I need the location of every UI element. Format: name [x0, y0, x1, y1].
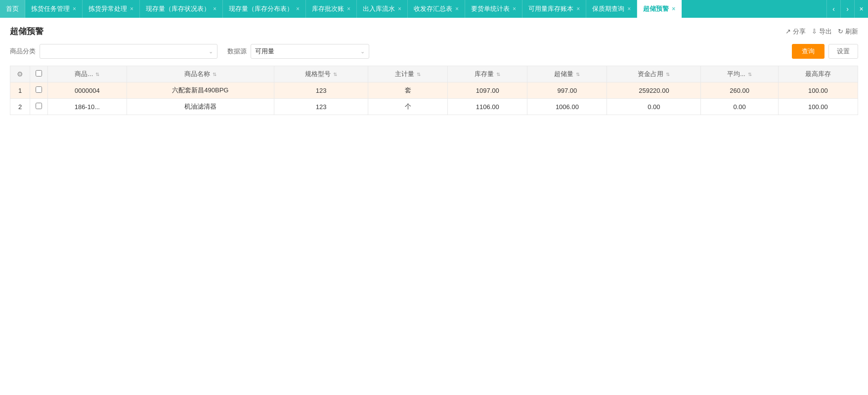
datasource-chevron-icon: ⌄ [360, 48, 365, 55]
nav-available-inventory[interactable]: 可用量库存账本 × [522, 0, 586, 18]
nav-close-overstock-warning[interactable]: × [672, 5, 675, 12]
col-capital-header[interactable]: 资金占用 ⇅ [607, 66, 701, 82]
chevron-down-icon: ⌄ [209, 48, 213, 55]
row-unit-1: 套 [368, 82, 447, 99]
col-product-name-header[interactable]: 商品名称 ⇅ [127, 66, 274, 82]
col-unit-header[interactable]: 主计量 ⇅ [368, 66, 447, 82]
table-row: 1 0000004 六配套新昌490BPG 123 套 1097.00 997.… [10, 82, 858, 99]
nav-close-pick-task[interactable]: × [73, 5, 76, 12]
nav-shelf-life[interactable]: 保质期查询 × [586, 0, 637, 18]
page-header: 超储预警 ↗ 分享 ⇩ 导出 ↻ 刷新 [10, 26, 858, 37]
row-product-code-2: 186-10... [48, 99, 127, 115]
sort-icon-capital: ⇅ [666, 72, 670, 77]
nav-close-pick-exception[interactable]: × [130, 5, 133, 12]
row-max-stock-2: 100.00 [778, 99, 858, 115]
col-stock-header[interactable]: 库存量 ⇅ [448, 66, 527, 82]
page-content: 超储预警 ↗ 分享 ⇩ 导出 ↻ 刷新 商品分类 ⌄ 数据源 [0, 18, 868, 123]
header-actions: ↗ 分享 ⇩ 导出 ↻ 刷新 [785, 27, 858, 36]
nav-overstock-warning[interactable]: 超储预警 × [637, 0, 682, 18]
datasource-value: 可用量 [255, 47, 274, 56]
nav-close-inventory-dist[interactable]: × [296, 5, 300, 12]
filter-row: 商品分类 ⌄ 数据源 可用量 ⌄ 查询 设置 [10, 44, 858, 59]
sort-icon-product-name: ⇅ [213, 72, 217, 77]
row-overstock-1: 997.00 [527, 82, 607, 99]
nav-inout-flow[interactable]: 出入库流水 × [357, 0, 408, 18]
datasource-select[interactable]: 可用量 ⌄ [251, 44, 369, 59]
sort-icon-overstock: ⇅ [576, 72, 580, 77]
col-spec-header[interactable]: 规格型号 ⇅ [274, 66, 368, 82]
select-all-checkbox[interactable] [36, 70, 42, 77]
table-row: 2 186-10... 机油滤清器 123 个 1106.00 1006.00 … [10, 99, 858, 115]
row-capital-1: 259220.00 [607, 82, 701, 99]
refresh-icon: ↻ [838, 28, 843, 35]
sort-icon-unit: ⇅ [417, 72, 421, 77]
sort-icon-stock: ⇅ [496, 72, 500, 77]
col-avg-header[interactable]: 平均... ⇅ [701, 66, 778, 82]
row-product-code-1: 0000004 [48, 82, 127, 99]
row-unit-2: 个 [368, 99, 447, 115]
nav-pick-task[interactable]: 拣货任务管理 × [25, 0, 83, 18]
filter-actions: 查询 设置 [792, 44, 858, 59]
nav-arrows: ‹ › × [826, 0, 868, 18]
share-icon: ↗ [785, 28, 791, 35]
sort-icon-product-code: ⇅ [95, 72, 99, 77]
share-btn[interactable]: ↗ 分享 [785, 27, 806, 36]
export-btn[interactable]: ⇩ 导出 [812, 27, 832, 36]
nav-inventory-status[interactable]: 现存量（库存状况表） × [140, 0, 223, 18]
row-capital-2: 0.00 [607, 99, 701, 115]
row-max-stock-1: 100.00 [778, 82, 858, 99]
nav-pick-exception[interactable]: 拣货异常处理 × [83, 0, 140, 18]
nav-close-requisition-stats[interactable]: × [513, 5, 516, 12]
sort-icon-spec: ⇅ [333, 72, 337, 77]
row-select-checkbox[interactable] [36, 103, 42, 109]
row-select-checkbox[interactable] [36, 86, 42, 93]
gear-icon[interactable]: ⚙ [17, 70, 23, 78]
nav-close-shelf-life[interactable]: × [627, 5, 631, 12]
nav-close-batch-account[interactable]: × [347, 5, 350, 12]
datasource-label: 数据源 [227, 47, 247, 56]
datasource-filter: 数据源 可用量 ⌄ [227, 44, 369, 59]
settings-button[interactable]: 设置 [828, 44, 858, 59]
product-category-filter: 商品分类 ⌄ [10, 44, 217, 59]
row-num-2: 2 [10, 99, 30, 115]
col-settings-header: ⚙ [10, 66, 30, 82]
nav-close-inout-flow[interactable]: × [398, 5, 401, 12]
refresh-btn[interactable]: ↻ 刷新 [838, 27, 858, 36]
row-spec-2: 123 [274, 99, 368, 115]
col-max-stock-header[interactable]: 最高库存 [778, 66, 858, 82]
row-overstock-2: 1006.00 [527, 99, 607, 115]
sort-icon-avg: ⇅ [748, 72, 752, 77]
nav-inventory-dist[interactable]: 现存量（库存分布表） × [223, 0, 306, 18]
nav-home[interactable]: 首页 [0, 0, 25, 18]
nav-summary[interactable]: 收发存汇总表 × [408, 0, 465, 18]
col-product-code-header[interactable]: 商品... ⇅ [48, 66, 127, 82]
export-icon: ⇩ [812, 28, 817, 35]
data-table: ⚙ 商品... ⇅ 商品名称 ⇅ [10, 66, 858, 115]
product-category-label: 商品分类 [10, 47, 36, 56]
nav-close-btn[interactable]: × [854, 0, 868, 18]
col-overstock-header[interactable]: 超储量 ⇅ [527, 66, 607, 82]
nav-prev-btn[interactable]: ‹ [826, 0, 840, 18]
row-num-1: 1 [10, 82, 30, 99]
row-checkbox-1[interactable] [30, 82, 48, 99]
query-button[interactable]: 查询 [792, 44, 825, 59]
product-category-select[interactable]: ⌄ [40, 44, 217, 59]
row-stock-1: 1097.00 [448, 82, 527, 99]
row-stock-2: 1106.00 [448, 99, 527, 115]
row-avg-2: 0.00 [701, 99, 778, 115]
nav-batch-account[interactable]: 库存批次账 × [306, 0, 357, 18]
page-title: 超储预警 [10, 26, 43, 37]
nav-close-summary[interactable]: × [455, 5, 459, 12]
row-product-name-1: 六配套新昌490BPG [127, 82, 274, 99]
nav-next-btn[interactable]: › [840, 0, 854, 18]
top-nav: 首页 拣货任务管理 × 拣货异常处理 × 现存量（库存状况表） × 现存量（库存… [0, 0, 868, 18]
nav-close-available-inventory[interactable]: × [576, 5, 580, 12]
row-avg-1: 260.00 [701, 82, 778, 99]
nav-close-inventory-status[interactable]: × [213, 5, 217, 12]
row-product-name-2: 机油滤清器 [127, 99, 274, 115]
nav-requisition-stats[interactable]: 要货单统计表 × [465, 0, 522, 18]
row-spec-1: 123 [274, 82, 368, 99]
col-checkbox-header [30, 66, 48, 82]
row-checkbox-2[interactable] [30, 99, 48, 115]
